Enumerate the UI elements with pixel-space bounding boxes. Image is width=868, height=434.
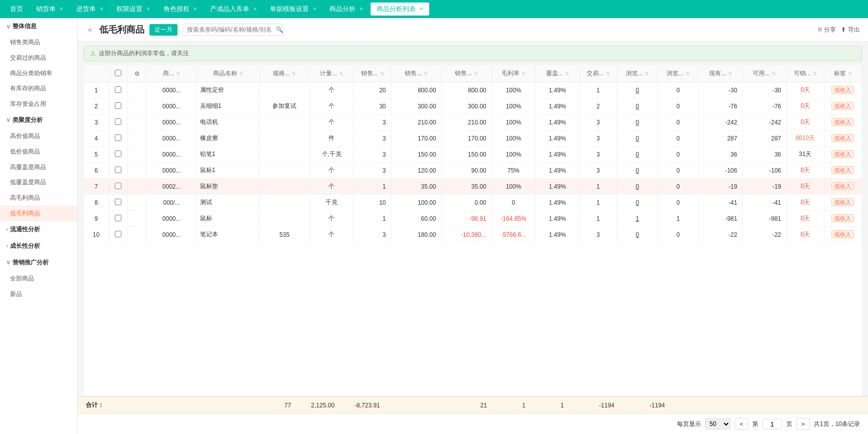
close-icon[interactable]: × [253,5,257,13]
sidebar-item-sales-products[interactable]: 销售类商品 [0,35,77,50]
sidebar-item-high-profit[interactable]: 高毛利商品 [0,190,77,206]
table-row[interactable]: 5 0000... 铅笔1 个,千克 3 150.00 150.00 100% … [84,147,862,163]
cell-browse1[interactable]: 0 [617,179,657,195]
product-table-container[interactable]: ⚙ 商...⇅ 商品名称⇅ 规格...⇅ 计量...⇅ 销售...⇅ 销售...… [84,65,862,396]
table-row[interactable]: 6 0000... 鼠标1 个 3 120.00 90.00 75% 1.49%… [84,163,862,179]
table-row[interactable]: 9 0000... 鼠标 个 1 60.00 -98.91 -164.85% 1… [84,211,862,227]
nav-product-analysis-list[interactable]: 商品分析列表 × [371,3,429,16]
th-spec[interactable]: 规格...⇅ [259,65,309,82]
cell-check[interactable] [109,227,128,243]
th-tag[interactable]: 标签⇅ [824,65,861,82]
sidebar-group-overall[interactable]: ∨ 整体信息 [0,18,77,35]
search-input[interactable] [183,24,283,36]
current-page-input[interactable] [762,419,782,429]
sidebar-group-growth[interactable]: › 成长性分析 [0,238,77,254]
nav-home[interactable]: 首页 [4,3,29,16]
select-all-checkbox[interactable] [115,70,121,76]
cell-browse1[interactable]: 0 [617,195,657,211]
row-checkbox[interactable] [115,134,121,141]
nav-permission-settings[interactable]: 权限设置 × [110,3,156,16]
th-browse2[interactable]: 浏览...⇅ [658,65,699,82]
sidebar-item-all-products[interactable]: 全部商品 [0,271,77,286]
table-row[interactable]: 10 0000... 笔记本 535 个 3 180.00 -10,380...… [84,227,862,243]
cell-check[interactable] [109,211,128,227]
sidebar-item-new-products[interactable]: 新品 [0,286,77,302]
close-icon[interactable]: × [193,5,197,13]
row-checkbox[interactable] [115,215,121,221]
cell-browse1[interactable]: 0 [617,163,657,179]
close-icon[interactable]: × [419,5,423,13]
row-checkbox[interactable] [115,118,121,125]
table-row[interactable]: 8 000/... 测试 千克 10 100.00 0.00 0 1.49% 1… [84,195,862,211]
search-icon[interactable]: 🔍 [276,26,283,33]
sidebar-item-low-profit[interactable]: 低毛利商品 [0,206,77,221]
th-code[interactable]: 商...⇅ [146,65,197,82]
sidebar-item-high-coverage[interactable]: 高覆盖度商品 [0,160,77,175]
row-checkbox[interactable] [115,231,121,237]
th-sale-price[interactable]: 销售...⇅ [391,65,441,82]
export-button[interactable]: ⬆ 导出 [841,26,860,34]
close-icon[interactable]: × [360,5,364,13]
th-browse1[interactable]: 浏览...⇅ [617,65,657,82]
th-name[interactable]: 商品名称⇅ [197,65,259,82]
th-cover-rate[interactable]: 覆盖...⇅ [536,65,580,82]
table-row[interactable]: 4 0000... 橡皮擦 件 3 170.00 170.00 100% 1.4… [84,130,862,147]
nav-product-analysis[interactable]: 商品分析 × [323,3,369,16]
nav-product-warehouse[interactable]: 产成品入库单 × [204,3,263,16]
cell-check[interactable] [109,195,128,211]
cell-check[interactable] [109,114,128,130]
cell-check[interactable] [109,130,128,147]
table-row[interactable]: 2 0000... 吴细细1 参加复试 个 30 300.00 300.00 1… [84,98,862,114]
th-check[interactable] [109,65,128,82]
th-sale-amount[interactable]: 销售...⇅ [441,65,491,82]
cell-browse1[interactable]: 1 [617,211,657,227]
next-page-button[interactable]: ＞ [796,418,810,430]
sidebar-item-low-coverage[interactable]: 低覆盖度商品 [0,175,77,190]
row-checkbox[interactable] [115,86,121,93]
cell-check[interactable] [109,163,128,179]
th-unit[interactable]: 计量...⇅ [309,65,354,82]
nav-role-auth[interactable]: 角色授权 × [157,3,203,16]
table-row[interactable]: 7 0002... 鼠标垫 个 1 35.00 35.00 100% 1.49%… [84,179,862,195]
sidebar-group-cluster[interactable]: ∨ 类聚度分析 [0,112,77,128]
sidebar-item-high-value[interactable]: 高价值商品 [0,128,77,144]
nav-template-settings[interactable]: 单据模板设置 × [264,3,322,16]
cell-check[interactable] [109,82,128,98]
cell-browse1[interactable]: 0 [617,98,657,114]
th-sale-count[interactable]: 销售...⇅ [354,65,391,82]
close-icon[interactable]: × [146,5,150,13]
sidebar-item-traded-products[interactable]: 交易过的商品 [0,50,77,66]
sidebar-item-capital-usage[interactable]: 库存资金占用 [0,96,77,112]
table-row[interactable]: 1 0000... 属性定价 个 20 800.00 800.00 100% 1… [84,82,862,98]
nav-purchase-order[interactable]: 进货单 × [70,3,109,16]
cell-browse1[interactable]: 0 [617,227,657,243]
th-stock-avail[interactable]: 可用...⇅ [743,65,787,82]
close-icon[interactable]: × [60,5,64,13]
nav-sales-order[interactable]: 销货单 × [30,3,69,16]
prev-page-button[interactable]: ＜ [735,418,748,430]
th-gross-rate[interactable]: 毛利率⇅ [491,65,536,82]
th-trade-count[interactable]: 交易...⇅ [579,65,617,82]
time-filter-button[interactable]: 近一月 [149,24,178,36]
row-checkbox[interactable] [115,102,121,109]
table-row[interactable]: 3 0000... 电话机 个 3 210.00 210.00 100% 1.4… [84,114,862,130]
cell-browse1[interactable]: 0 [617,82,657,98]
close-icon[interactable]: × [313,5,317,13]
cell-browse1[interactable]: 0 [617,114,657,130]
row-checkbox[interactable] [115,199,121,205]
cell-check[interactable] [109,98,128,114]
row-checkbox[interactable] [115,151,121,157]
sidebar-item-category-rate[interactable]: 商品分类助销率 [0,66,77,81]
collapse-sidebar-button[interactable]: « [86,23,94,36]
share-button[interactable]: ⎘ 分享 [818,26,836,34]
cell-browse1[interactable]: 0 [617,130,657,147]
row-checkbox[interactable] [115,167,121,173]
cell-browse1[interactable]: 0 [617,147,657,163]
sidebar-group-flow[interactable]: › 流通性分析 [0,221,77,238]
page-size-select[interactable]: 50 100 200 [705,418,731,429]
cell-check[interactable] [109,179,128,195]
close-icon[interactable]: × [100,5,104,13]
sidebar-item-low-value[interactable]: 低价值商品 [0,144,77,160]
th-settings[interactable]: ⚙ [128,65,147,82]
th-sale-days[interactable]: 可销...⇅ [786,65,824,82]
